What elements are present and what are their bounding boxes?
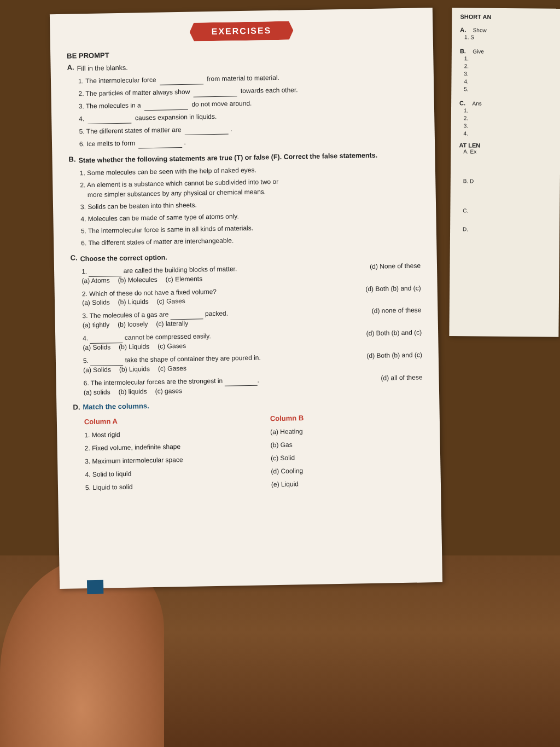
section-c: C. Choose the correct option. 1. are cal… (71, 247, 423, 396)
right-section-a-item-1: 1. S (460, 34, 553, 40)
right-section-c: C. Ans 1. 2. 3. 4. (459, 97, 553, 137)
blank-1a (160, 74, 203, 85)
right-c-4: 4. (459, 130, 552, 137)
section-c-label: C. (71, 253, 78, 262)
col-b-item-3: (c) Solid (271, 450, 424, 463)
blank-3a (144, 100, 188, 111)
blank-c5 (90, 355, 123, 366)
at-len-c: C. (458, 207, 551, 214)
right-section-b-text: Give (468, 48, 484, 54)
right-section-a: A. Show 1. S (460, 24, 553, 40)
right-b-4: 4. (459, 78, 552, 85)
column-b-header: Column B (270, 412, 423, 422)
section-a: A. Fill in the blanks. 1. The intermolec… (67, 57, 418, 149)
choose-item-5: 5. take the shape of container they are … (72, 350, 422, 374)
col-b-item-5: (e) Liquid (271, 477, 424, 489)
choose-q2-b: (b) Liquids (118, 298, 149, 306)
choose-q6-b: (b) liquids (119, 387, 147, 396)
column-a-header: Column A (84, 415, 237, 426)
section-d-instruction: Match the columns. (83, 402, 149, 411)
right-b-2: 2. (460, 63, 553, 70)
at-len-a: A. Ex (459, 148, 552, 155)
choose-q1-d: (d) None of these (370, 260, 421, 271)
blank-6a (138, 137, 182, 148)
col-b-item-1: (a) Heating (270, 424, 423, 437)
choose-item-4: 4. cannot be compressed easily. (d) Both… (72, 327, 422, 351)
choose-q3-c: (c) laterally (156, 320, 188, 328)
col-a-item-2: 2. Fixed volume, indefinite shape (85, 441, 238, 453)
choose-q5-abc: (a) Solids (b) Liquids (c) Gases (83, 364, 186, 374)
right-section-c-text: Ans (468, 100, 482, 106)
right-c-1: 1. (459, 107, 552, 114)
choose-q5-d: (d) Both (b) and (c) (366, 350, 422, 361)
tf-item-2: 2. An element is a substance which canno… (69, 174, 419, 200)
choose-q5-b: (b) Liquids (119, 365, 150, 373)
col-a-item-4: 4. Solid to liquid (85, 467, 238, 479)
exercises-title: EXERCISES (189, 21, 293, 41)
section-a-instruction: Fill in the blanks. (77, 62, 127, 74)
choose-q1-a: (a) Atoms (81, 276, 110, 285)
page-container: SHORT AN A. Show 1. S B. Give 1. 2. 3. 4… (0, 0, 560, 747)
choose-q6-abc: (a) solids (b) liquids (c) gases (84, 387, 182, 396)
col-b-item-2: (b) Gas (271, 437, 424, 450)
column-b: Column B (a) Heating (b) Gas (c) Solid (… (270, 412, 424, 493)
choose-q4-d: (d) Both (b) and (c) (366, 327, 422, 338)
right-page: SHORT AN A. Show 1. S B. Give 1. 2. 3. 4… (449, 8, 560, 337)
blank-c4 (90, 333, 122, 344)
right-c-2: 2. (459, 115, 552, 121)
col-a-item-5: 5. Liquid to solid (85, 480, 238, 493)
choose-q5-a: (a) Solids (83, 366, 111, 374)
section-a-label: A. (67, 63, 74, 71)
blue-tab (87, 580, 103, 594)
right-section-c-label: C. (459, 100, 465, 106)
blank-c3 (171, 309, 203, 320)
choose-q2-a: (a) Solids (82, 298, 110, 306)
section-b: B. State whether the following statement… (68, 149, 420, 248)
choose-q3-d: (d) none of these (372, 305, 422, 316)
choose-q2-abc: (a) Solids (b) Liquids (c) Gases (82, 297, 185, 306)
section-b-label: B. (68, 155, 75, 163)
right-b-1: 1. (460, 55, 553, 62)
match-columns: Column A 1. Most rigid 2. Fixed volume, … (73, 412, 424, 496)
right-b-5: 5. (459, 86, 552, 92)
col-b-item-4: (d) Cooling (271, 464, 424, 476)
main-page: EXERCISES BE PROMPT A. Fill in the blank… (50, 8, 442, 589)
choose-item-3: 3. The molecules of a gas are packed. (d… (71, 305, 421, 329)
right-c-3: 3. (459, 123, 552, 129)
at-len-b: B. D (459, 178, 552, 184)
col-a-item-1: 1. Most rigid (84, 427, 237, 440)
blank-2a (193, 86, 237, 97)
choose-q3-b: (b) loosely (118, 320, 148, 328)
choose-q1-b: (b) Molecules (118, 276, 158, 284)
choose-q6-a: (a) solids (84, 388, 110, 396)
section-c-instruction: Choose the correct option. (80, 252, 167, 265)
choose-q5-c: (c) Gases (158, 364, 186, 373)
choose-q2-d: (d) Both (b) and (c) (365, 283, 421, 294)
choose-q3-abc: (a) tightly (b) loosely (c) laterally (83, 320, 189, 329)
right-section-a-text: Show (469, 27, 487, 33)
blank-c6 (224, 375, 257, 386)
right-page-header: SHORT AN (460, 13, 553, 20)
right-section-b: B. Give 1. 2. 3. 4. 5. (459, 45, 553, 92)
choose-item-1: 1. are called the building blocks of mat… (71, 260, 421, 285)
col-a-item-3: 3. Maximum intermolecular space (85, 454, 238, 466)
choose-item-6: 6. The intermolecular forces are the str… (73, 372, 423, 396)
choose-q6-c: (c) gases (155, 387, 183, 395)
section-d: D. Match the columns. Column A 1. Most r… (73, 397, 424, 496)
at-len-d: D. (458, 226, 551, 233)
choose-q6-d: (d) all of these (381, 372, 422, 383)
blank-5a (185, 124, 229, 135)
choose-item-2: 2. Which of these do not have a fixed vo… (71, 283, 421, 306)
choose-q1-c: (c) Elements (166, 275, 203, 283)
choose-q4-abc: (a) Solids (b) Liquids (c) Gases (83, 342, 186, 351)
blank-c1 (89, 266, 121, 277)
exercises-banner: EXERCISES (66, 19, 416, 43)
choose-q2-c: (c) Gases (157, 297, 185, 305)
choose-q4-b: (b) Liquids (119, 343, 149, 351)
choose-q3-a: (a) tightly (83, 321, 110, 329)
column-a: Column A 1. Most rigid 2. Fixed volume, … (84, 415, 238, 496)
right-b-3: 3. (460, 71, 553, 77)
section-d-label: D. (73, 403, 80, 411)
right-section-b-label: B. (460, 48, 466, 54)
choose-q1-abc: (a) Atoms (b) Molecules (c) Elements (81, 275, 202, 285)
